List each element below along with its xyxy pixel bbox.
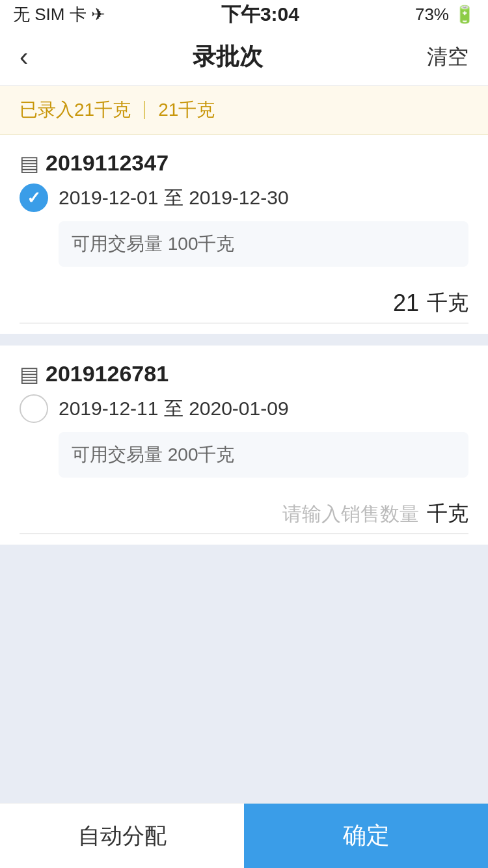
batch1-card: ▤ 2019112347 ✓ 2019-12-01 至 2019-12-30 可… bbox=[0, 135, 488, 334]
footer: 自动分配 确定 bbox=[0, 803, 488, 868]
status-right: 73% 🔋 bbox=[415, 5, 475, 25]
batch2-id: 2019126781 bbox=[46, 361, 169, 387]
recorded-label: 已录入21千克 bbox=[20, 98, 131, 122]
auto-distribute-button[interactable]: 自动分配 bbox=[0, 804, 244, 868]
status-time: 下午3:04 bbox=[221, 1, 299, 28]
batch2-header: ▤ 2019126781 bbox=[20, 361, 468, 387]
battery-level: 73% bbox=[415, 5, 449, 25]
batch1-date-range: 2019-12-01 至 2019-12-30 bbox=[59, 185, 289, 211]
batch1-date-row[interactable]: ✓ 2019-12-01 至 2019-12-30 bbox=[20, 183, 468, 212]
batch2-radio[interactable] bbox=[20, 394, 48, 423]
batch1-unit: 千克 bbox=[427, 289, 468, 318]
batch2-date-row[interactable]: 2019-12-11 至 2020-01-09 bbox=[20, 394, 468, 423]
page-title: 录批次 bbox=[193, 41, 263, 73]
back-button[interactable]: ‹ bbox=[20, 42, 28, 72]
batch1-quantity: 21 bbox=[393, 290, 419, 317]
batch1-id: 2019112347 bbox=[46, 150, 169, 176]
batch2-unit: 千克 bbox=[427, 500, 468, 528]
info-divider bbox=[144, 101, 145, 119]
batch2-icon: ▤ bbox=[20, 362, 39, 387]
nav-bar: ‹ 录批次 清空 bbox=[0, 29, 488, 86]
batch2-availability: 可用交易量 200千克 bbox=[59, 432, 468, 478]
batch1-availability: 可用交易量 100千克 bbox=[59, 221, 468, 267]
bottom-area bbox=[0, 545, 488, 831]
status-bar: 无 SIM 卡 ✈ 下午3:04 73% 🔋 bbox=[0, 0, 488, 29]
sim-status: 无 SIM 卡 ✈ bbox=[13, 3, 105, 26]
confirm-button[interactable]: 确定 bbox=[244, 804, 488, 868]
check-mark: ✓ bbox=[27, 188, 41, 208]
recorded-value: 21千克 bbox=[158, 98, 215, 122]
batch2-card: ▤ 2019126781 2019-12-11 至 2020-01-09 可用交… bbox=[0, 346, 488, 545]
section-divider bbox=[0, 334, 488, 346]
batch1-input-row: 21 千克 bbox=[0, 282, 488, 334]
batch1-header: ▤ 2019112347 bbox=[20, 150, 468, 176]
batch2-input-row: 请输入销售数量 千克 bbox=[0, 493, 488, 545]
battery-icon: 🔋 bbox=[454, 5, 475, 25]
batch2-placeholder: 请输入销售数量 bbox=[20, 501, 419, 528]
info-banner: 已录入21千克 21千克 bbox=[0, 86, 488, 135]
batch2-date-range: 2019-12-11 至 2020-01-09 bbox=[59, 396, 289, 422]
batch1-radio[interactable]: ✓ bbox=[20, 183, 48, 212]
status-left: 无 SIM 卡 ✈ bbox=[13, 3, 105, 26]
batch1-icon: ▤ bbox=[20, 151, 39, 176]
clear-button[interactable]: 清空 bbox=[427, 43, 468, 72]
